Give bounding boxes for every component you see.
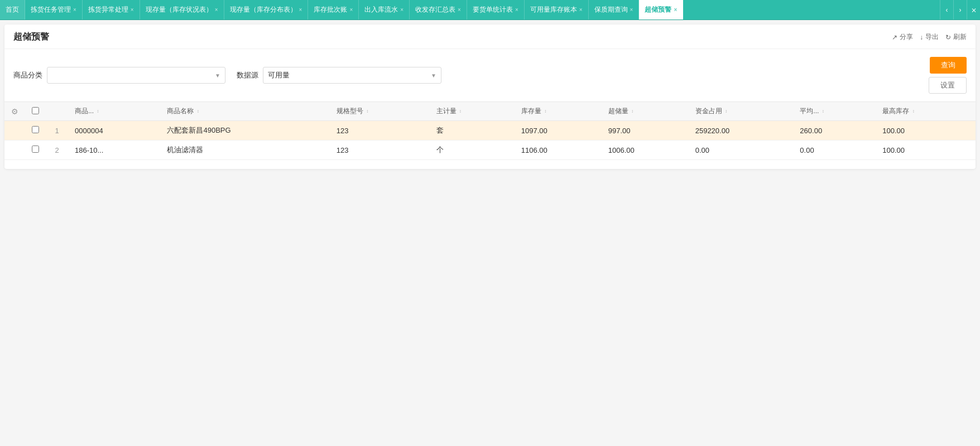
close-tab-icon[interactable]: × (579, 7, 583, 13)
nav-tab-7[interactable]: 收发存汇总表× (410, 0, 467, 20)
sort-icon: ↕ (631, 109, 633, 114)
filter-section: 商品分类 ▼ 数据源 可用量 ▼ 查询 设置 (4, 49, 976, 101)
stock-column-header[interactable]: 库存量 ↕ (515, 102, 602, 121)
sort-icon: ↕ (822, 109, 824, 114)
max-stock-column-header[interactable]: 最高库存 ↕ (876, 102, 976, 121)
close-tab-icon[interactable]: × (73, 7, 76, 13)
nav-tab-10[interactable]: 保质期查询× (589, 0, 640, 20)
row-number: 2 (46, 140, 68, 160)
sort-icon: ↕ (197, 109, 199, 114)
product-name-cell: 六配套新昌490BPG (160, 121, 329, 140)
avg-cell: 260.00 (793, 121, 876, 140)
spec-cell: 123 (330, 140, 430, 160)
datasource-select-value: 可用量 (268, 70, 290, 80)
nav-tab-0[interactable]: 首页 (0, 0, 25, 20)
nav-tab-1[interactable]: 拣货任务管理× (25, 0, 83, 20)
page-header: 超储预警 ↗ 分享 ↓ 导出 ↻ 刷新 (4, 25, 976, 49)
sort-icon: ↕ (544, 109, 546, 114)
product-code-cell: 0000004 (68, 121, 160, 140)
spec-column-header[interactable]: 规格型号 ↕ (330, 102, 430, 121)
capital-cell: 259220.00 (689, 121, 794, 140)
nav-tab-5[interactable]: 库存批次账× (308, 0, 359, 20)
avg-column-header[interactable]: 平均... ↕ (793, 102, 876, 121)
nav-more-button[interactable]: ⨯ (967, 0, 980, 20)
share-button[interactable]: ↗ 分享 (892, 32, 913, 42)
row-gear-cell (4, 140, 25, 160)
table-row: 2 186-10... 机油滤清器 123 个 1106.00 1006.00 … (4, 140, 976, 160)
nav-tab-4[interactable]: 现存量（库存分布表）× (224, 0, 309, 20)
row-checkbox-0[interactable] (32, 126, 39, 133)
over-stock-column-header[interactable]: 超储量 ↕ (602, 102, 689, 121)
row-checkbox-1[interactable] (32, 146, 39, 153)
datasource-label: 数据源 (237, 70, 258, 80)
settings-gear-icon[interactable]: ⚙ (11, 107, 18, 116)
category-label: 商品分类 (13, 70, 42, 80)
sort-icon: ↕ (459, 109, 462, 114)
unit-cell: 套 (430, 121, 515, 140)
max-stock-cell: 100.00 (876, 140, 976, 160)
sort-icon: ↕ (725, 109, 727, 114)
datasource-chevron-icon: ▼ (431, 72, 436, 79)
share-icon: ↗ (892, 33, 897, 41)
capital-cell: 0.00 (689, 140, 794, 160)
refresh-icon: ↻ (945, 33, 951, 41)
spec-cell: 123 (330, 121, 430, 140)
select-all-checkbox[interactable] (32, 107, 39, 114)
close-tab-icon[interactable]: × (215, 7, 218, 13)
unit-cell: 个 (430, 140, 515, 160)
category-filter: 商品分类 ▼ (13, 67, 225, 84)
nav-tab-8[interactable]: 要货单统计表× (467, 0, 525, 20)
rownum-column-header (46, 102, 68, 121)
product-code-cell: 186-10... (68, 140, 160, 160)
refresh-button[interactable]: ↻ 刷新 (945, 32, 967, 42)
query-button[interactable]: 查询 (930, 57, 967, 74)
close-tab-icon[interactable]: × (131, 7, 134, 13)
close-tab-icon[interactable]: × (674, 7, 677, 13)
unit-column-header[interactable]: 主计量 ↕ (430, 102, 515, 121)
close-tab-icon[interactable]: × (299, 7, 302, 13)
close-tab-icon[interactable]: × (630, 7, 633, 13)
category-select[interactable]: ▼ (47, 67, 225, 84)
export-icon: ↓ (920, 33, 923, 41)
nav-tab-11[interactable]: 超储预警× (639, 0, 683, 20)
header-actions: ↗ 分享 ↓ 导出 ↻ 刷新 (892, 32, 967, 42)
table-row: 1 0000004 六配套新昌490BPG 123 套 1097.00 997.… (4, 121, 976, 140)
row-gear-cell (4, 121, 25, 140)
datasource-filter: 数据源 可用量 ▼ (237, 67, 441, 84)
close-tab-icon[interactable]: × (515, 7, 518, 13)
checkbox-column-header (25, 102, 46, 121)
nav-tab-6[interactable]: 出入库流水× (359, 0, 410, 20)
nav-tab-9[interactable]: 可用量库存账本× (525, 0, 589, 20)
nav-next-button[interactable]: › (953, 0, 967, 20)
page-container: 超储预警 ↗ 分享 ↓ 导出 ↻ 刷新 商品分类 ▼ 数据源 (4, 25, 976, 169)
data-table: ⚙ 商品... ↕ 商品名称 ↕ 规格型号 (4, 101, 976, 160)
export-button[interactable]: ↓ 导出 (920, 32, 939, 42)
avg-cell: 0.00 (793, 140, 876, 160)
product-name-column-header[interactable]: 商品名称 ↕ (160, 102, 329, 121)
row-number: 1 (46, 121, 68, 140)
over-stock-cell: 997.00 (602, 121, 689, 140)
datasource-select[interactable]: 可用量 ▼ (263, 67, 441, 84)
table-container: ⚙ 商品... ↕ 商品名称 ↕ 规格型号 (4, 101, 976, 169)
row-checkbox-cell (25, 121, 46, 140)
top-navigation: 首页拣货任务管理×拣货异常处理×现存量（库存状况表）×现存量（库存分布表）×库存… (0, 0, 980, 20)
nav-prev-button[interactable]: ‹ (940, 0, 953, 20)
table-header-row: ⚙ 商品... ↕ 商品名称 ↕ 规格型号 (4, 102, 976, 121)
category-chevron-icon: ▼ (215, 72, 220, 79)
nav-tab-2[interactable]: 拣货异常处理× (83, 0, 140, 20)
sort-icon: ↕ (366, 109, 368, 114)
page-title: 超储预警 (13, 31, 49, 43)
capital-column-header[interactable]: 资金占用 ↕ (689, 102, 794, 121)
close-tab-icon[interactable]: × (349, 7, 353, 13)
nav-tab-3[interactable]: 现存量（库存状况表）× (140, 0, 224, 20)
product-name-cell: 机油滤清器 (160, 140, 329, 160)
stock-cell: 1106.00 (515, 140, 602, 160)
close-tab-icon[interactable]: × (400, 7, 403, 13)
nav-arrows: ‹ › ⨯ (940, 0, 980, 20)
product-code-column-header[interactable]: 商品... ↕ (68, 102, 160, 121)
row-checkbox-cell (25, 140, 46, 160)
filter-action-buttons: 查询 设置 (929, 57, 967, 94)
settings-button[interactable]: 设置 (929, 77, 967, 94)
close-tab-icon[interactable]: × (458, 7, 461, 13)
max-stock-cell: 100.00 (876, 121, 976, 140)
